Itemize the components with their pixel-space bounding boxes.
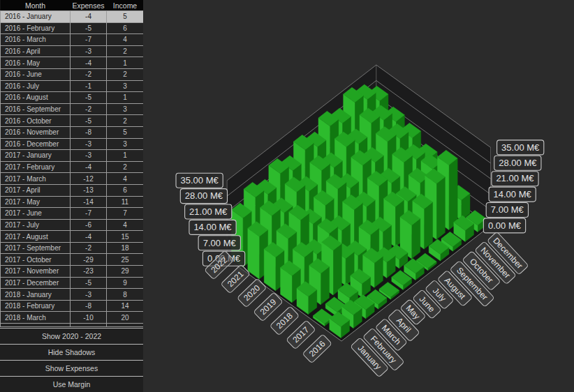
income-cell: 1: [107, 92, 144, 104]
table-row[interactable]: 2016 - April-32: [1, 45, 144, 57]
column-chart-3d: 0.00 M€0.00 M€7.00 M€7.00 M€14.00 M€14.0…: [143, 0, 574, 392]
column-face-right: [436, 177, 445, 240]
use-margin-button[interactable]: Use Margin: [0, 376, 143, 392]
month-cell: 2016 - April: [1, 45, 71, 57]
income-cell: 15: [107, 231, 144, 243]
column-face-right: [449, 158, 457, 230]
expenses-cell: -3: [71, 138, 107, 150]
income-cell: 18: [107, 242, 144, 254]
column-header-expenses: Expenses: [71, 0, 107, 11]
month-cell: 2016 - November: [1, 126, 71, 138]
table-row[interactable]: 2017 - April-136: [1, 184, 144, 196]
show-expenses-button[interactable]: Show Expenses: [0, 360, 143, 376]
month-cell: 2017 - June: [1, 208, 71, 220]
data-table-panel: Month Expenses Income 2016 - January-452…: [0, 0, 143, 392]
column-face-right: [424, 202, 432, 249]
table-row[interactable]: 2018 - March-1020: [1, 312, 144, 324]
income-cell: 3: [107, 103, 144, 115]
table-row[interactable]: 2016 - October-52: [1, 115, 144, 127]
income-cell: 6: [107, 22, 144, 34]
expenses-cell: -1: [71, 80, 107, 92]
expenses-cell: -4: [71, 57, 107, 69]
income-cell: 4: [107, 173, 144, 185]
table-row[interactable]: 2017 - August-415: [1, 231, 144, 243]
expenses-cell: -2: [71, 103, 107, 115]
expenses-cell: -3: [71, 45, 107, 57]
svg-text:21.00 M€: 21.00 M€: [189, 206, 228, 217]
month-cell: 2016 - October: [1, 115, 71, 127]
table-row[interactable]: 2017 - September-218: [1, 242, 144, 254]
value-label-right: 14.00 M€: [489, 187, 536, 202]
table-row[interactable]: 2017 - December-59: [1, 277, 144, 289]
value-label-right: 7.00 M€: [486, 203, 528, 218]
expenses-cell: -10: [71, 312, 107, 324]
expenses-cell: -2: [71, 68, 107, 80]
income-cell: 4: [107, 219, 144, 231]
table-row[interactable]: 2017 - June-77: [1, 208, 144, 220]
table-row[interactable]: 2016 - November-85: [1, 126, 144, 138]
svg-text:28.00 M€: 28.00 M€: [499, 158, 537, 168]
app-root: Month Expenses Income 2016 - January-452…: [0, 0, 574, 392]
table-row[interactable]: 2016 - January-45: [1, 11, 144, 23]
value-label-right: 28.00 M€: [494, 156, 541, 170]
button-stack: Show 2020 - 2022 Hide Shadows Show Expen…: [0, 328, 143, 392]
hide-shadows-button[interactable]: Hide Shadows: [0, 344, 143, 360]
income-cell: 5: [107, 11, 144, 23]
income-cell: 14: [107, 300, 144, 312]
table-row[interactable]: 2016 - August-51: [1, 92, 144, 104]
income-cell: 25: [107, 254, 144, 266]
expenses-cell: -13: [71, 184, 107, 196]
table-row[interactable]: 2016 - February-56: [1, 22, 144, 34]
table-row[interactable]: 2016 - December-33: [1, 138, 144, 150]
table-row[interactable]: 2016 - June-22: [1, 68, 144, 80]
svg-text:7.00 M€: 7.00 M€: [203, 238, 237, 248]
month-cell: 2016 - March: [1, 34, 71, 46]
svg-text:28.00 M€: 28.00 M€: [185, 190, 223, 201]
show-years-button[interactable]: Show 2020 - 2022: [0, 328, 143, 344]
month-cell: 2017 - September: [1, 242, 71, 254]
income-cell: 8: [107, 289, 144, 301]
month-cell: 2017 - February: [1, 161, 71, 173]
table-row[interactable]: 2017 - January-31: [1, 150, 144, 162]
svg-text:21.00 M€: 21.00 M€: [496, 173, 534, 183]
income-cell: 6: [107, 184, 144, 196]
income-cell: 2: [107, 45, 144, 57]
value-label-right: 35.00 M€: [497, 140, 544, 155]
table-row[interactable]: 2017 - May-1411: [1, 196, 144, 208]
svg-text:35.00 M€: 35.00 M€: [501, 142, 540, 153]
value-label-right: 21.00 M€: [492, 172, 538, 186]
income-cell: 11: [107, 196, 144, 208]
month-cell: 2018 - March: [1, 312, 71, 324]
table-row[interactable]: 2016 - March-74: [1, 34, 144, 46]
expenses-cell: -5: [71, 115, 107, 127]
income-cell: 2: [107, 115, 144, 127]
table-row[interactable]: 2016 - May-41: [1, 57, 144, 69]
expenses-cell: -5: [71, 22, 107, 34]
month-cell: 2017 - January: [1, 150, 71, 162]
table-row[interactable]: 2018 - January-38: [1, 289, 144, 301]
chart-panel: 0.00 M€0.00 M€7.00 M€7.00 M€14.00 M€14.0…: [143, 0, 574, 392]
month-cell: 2017 - August: [1, 231, 71, 243]
month-cell: 2016 - August: [1, 92, 71, 104]
expenses-cell: -5: [71, 92, 107, 104]
table-row[interactable]: 2017 - March-124: [1, 173, 144, 185]
table-row[interactable]: 2016 - July-13: [1, 80, 144, 92]
table-row[interactable]: 2016 - September-23: [1, 103, 144, 115]
income-cell: 1: [107, 150, 144, 162]
month-cell: 2018 - February: [1, 300, 71, 312]
table-row[interactable]: 2017 - October-2925: [1, 254, 144, 266]
income-cell: 7: [107, 208, 144, 220]
month-cell: 2018 - January: [1, 289, 71, 301]
table-row[interactable]: 2017 - July-64: [1, 219, 144, 231]
income-cell: 3: [107, 80, 144, 92]
column-face-left: [248, 228, 259, 279]
table-row[interactable]: 2017 - November-2329: [1, 266, 144, 278]
expenses-cell: -8: [71, 126, 107, 138]
month-cell: 2016 - December: [1, 138, 71, 150]
month-cell: 2016 - January: [1, 11, 71, 23]
column-header-month: Month: [1, 0, 71, 11]
table-row[interactable]: 2018 - February-814: [1, 300, 144, 312]
month-cell: 2016 - May: [1, 57, 71, 69]
table-row[interactable]: 2017 - February-42: [1, 161, 144, 173]
column-header-income: Income: [107, 0, 144, 11]
